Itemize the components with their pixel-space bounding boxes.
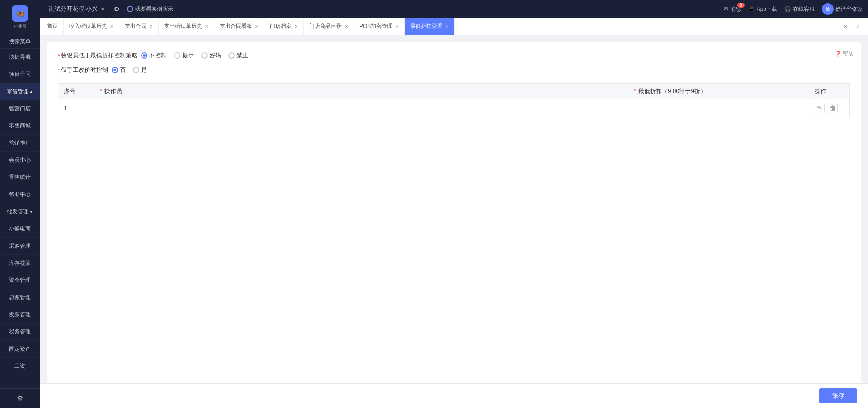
radio-remind[interactable]: 提示: [174, 52, 194, 60]
help-link[interactable]: ❓ 帮助: [835, 50, 854, 57]
topbar-right: ✉ 消息 8 📱 App下载 🎧 在线客服 徐 徐泽华修改: [724, 3, 863, 15]
expand-tab-button[interactable]: ⤢: [853, 22, 863, 32]
logo-text: 专业版: [13, 23, 27, 29]
tab-min-discount-close[interactable]: ✕: [445, 24, 449, 29]
content-area: ❓ 帮助 * 收银员低于最低折扣控制策略 不控制: [40, 35, 868, 408]
th-operator: * 操作员: [94, 84, 628, 99]
logo-icon: 🦋: [12, 5, 28, 22]
radio-no-control-circle: [141, 52, 147, 59]
radio-forbid[interactable]: 禁止: [228, 52, 248, 60]
save-button[interactable]: 保存: [819, 388, 857, 403]
form-section: * 收银员低于最低折扣控制策略 不控制 提示 密码: [58, 52, 850, 74]
page-card: ❓ 帮助 * 收银员低于最低折扣控制策略 不控制: [47, 42, 861, 386]
required-star-2: *: [58, 67, 60, 74]
sidebar-item-ledger[interactable]: 总账管理: [0, 289, 40, 306]
headset-icon: 🎧: [784, 6, 791, 12]
tab-income-history[interactable]: 收入确认单历史 ✕: [64, 18, 119, 35]
tab-payment-board[interactable]: 支出合同看板 ✕: [214, 18, 264, 35]
close-tab-button[interactable]: ✕: [841, 22, 851, 32]
sidebar-item-payroll[interactable]: 工资: [0, 358, 40, 375]
sidebar-item-ecommerce[interactable]: 小畅电商: [0, 220, 40, 238]
bottom-bar: 保存: [40, 383, 868, 408]
row-edit-button[interactable]: ✎: [815, 103, 825, 113]
settings-icon: ⚙: [17, 394, 23, 402]
row-delete-button[interactable]: 🗑: [828, 103, 838, 113]
tab-store-file[interactable]: 门店档案 ✕: [264, 18, 304, 35]
sidebar-item-inventory[interactable]: 库存核算: [0, 255, 40, 272]
tab-home[interactable]: 首页: [42, 18, 64, 35]
project-name: 测试分开花程-小兴: [49, 5, 98, 13]
avatar: 徐: [822, 3, 834, 15]
tab-payment-contract-close[interactable]: ✕: [149, 24, 153, 29]
required-star-1: *: [58, 52, 60, 59]
sidebar-item-fixed-assets[interactable]: 固定资产: [0, 341, 40, 358]
form-label-1: 收银员低于最低折扣控制策略: [61, 52, 137, 60]
tab-min-discount[interactable]: 最低折扣设置 ✕: [405, 18, 455, 35]
tab-payment-board-close[interactable]: ✕: [255, 24, 259, 29]
customer-service-button[interactable]: 🎧 在线客服: [784, 5, 815, 13]
radio-password-circle: [201, 52, 208, 59]
project-dropdown-icon: ▼: [100, 7, 105, 12]
sidebar-item-purchase[interactable]: 采购管理: [0, 238, 40, 255]
sidebar-item-retail-stats[interactable]: 零售统计: [0, 169, 40, 186]
tab-store-products[interactable]: 门店商品目录 ✕: [304, 18, 354, 35]
th-index: 序号: [58, 84, 94, 99]
sidebar-item-marketing[interactable]: 营销推广: [0, 135, 40, 152]
gear-icon: ⚙: [114, 5, 120, 13]
cell-min-discount: [628, 99, 809, 117]
th-action: 操作: [809, 84, 850, 99]
message-badge: 8: [737, 3, 745, 8]
tab-pos-manage[interactable]: POS加密管理 ✕: [354, 18, 405, 35]
cell-index: 1: [58, 99, 94, 117]
sidebar-item-help-center[interactable]: 帮助中心: [0, 186, 40, 203]
sidebar-item-invoice[interactable]: 发票管理: [0, 306, 40, 324]
tab-store-file-close[interactable]: ✕: [294, 24, 298, 29]
settings-footer-button[interactable]: ⚙: [0, 388, 40, 408]
tab-payment-contract[interactable]: 支出合同 ✕: [119, 18, 159, 35]
cell-operator: [94, 99, 628, 117]
app-download-button[interactable]: 📱 App下载: [748, 5, 777, 13]
sidebar-item-tax[interactable]: 税务管理: [0, 324, 40, 341]
radio-no[interactable]: 否: [112, 66, 126, 74]
message-button[interactable]: ✉ 消息 8: [724, 5, 741, 13]
th-min-discount: * 最低折扣（9.00等于9折）: [628, 84, 809, 99]
sidebar-item-retail-mall[interactable]: 零售商城: [0, 117, 40, 135]
demo-button[interactable]: 我要看实例演示: [127, 5, 173, 13]
retail-manage-arrow-icon: ▲: [29, 89, 33, 94]
sidebar-item-project-contract[interactable]: 项目合同: [0, 66, 40, 83]
discount-table: 序号 * 操作员 * 最低折扣（9.00等于9折） 操作: [58, 83, 850, 117]
sidebar-item-quick-nav[interactable]: 快捷导航: [0, 49, 40, 66]
tab-payment-history[interactable]: 支出确认单历史 ✕: [159, 18, 214, 35]
project-selector[interactable]: 测试分开花程-小兴 ▼: [45, 3, 108, 15]
form-row-1: * 收银员低于最低折扣控制策略 不控制 提示 密码: [58, 52, 850, 60]
sidebar-item-smart-store[interactable]: 智营门店: [0, 100, 40, 117]
sidebar-item-search[interactable]: 搜索菜单: [0, 33, 40, 49]
radio-remind-circle: [174, 52, 180, 59]
cell-actions: ✎ 🗑: [809, 99, 850, 117]
topbar: 测试分开花程-小兴 ▼ ⚙ 我要看实例演示 ✉ 消息 8 📱 App下载 🎧 在…: [40, 0, 868, 18]
tab-income-history-close[interactable]: ✕: [110, 24, 113, 29]
sidebar-item-member-center[interactable]: 会员中心: [0, 152, 40, 169]
tabs-bar: 首页 收入确认单历史 ✕ 支出合同 ✕ 支出确认单历史 ✕ 支出合同看板 ✕ 门…: [40, 18, 868, 35]
tab-pos-manage-close[interactable]: ✕: [395, 24, 399, 29]
wholesale-arrow-icon: ▼: [29, 210, 33, 214]
tab-store-products-close[interactable]: ✕: [344, 24, 348, 29]
user-menu[interactable]: 徐 徐泽华修改: [822, 3, 863, 15]
settings-button[interactable]: ⚙: [112, 4, 122, 14]
tab-payment-history-close[interactable]: ✕: [205, 24, 208, 29]
form-label-2: 仅手工改价时控制: [61, 66, 108, 74]
demo-icon: [127, 6, 133, 12]
sidebar-item-wholesale[interactable]: 批发管理 ▼: [0, 203, 40, 220]
radio-no-circle: [112, 67, 118, 73]
message-icon: ✉: [724, 6, 728, 12]
radio-no-control[interactable]: 不控制: [141, 52, 167, 60]
tabs-actions: ✕ ⤢: [841, 22, 866, 32]
sidebar: 🦋 专业版 搜索菜单 快捷导航 项目合同 零售管理 ▲ 智营门店 零售商城 营销…: [0, 0, 40, 408]
radio-yes[interactable]: 是: [133, 66, 147, 74]
radio-password[interactable]: 密码: [201, 52, 221, 60]
sidebar-item-retail-manage[interactable]: 零售管理 ▲: [0, 83, 40, 100]
radio-forbid-circle: [228, 52, 235, 59]
sidebar-item-finance[interactable]: 资金管理: [0, 272, 40, 289]
app-icon: 📱: [748, 6, 755, 12]
radio-group-1: 不控制 提示 密码 禁止: [141, 52, 248, 60]
